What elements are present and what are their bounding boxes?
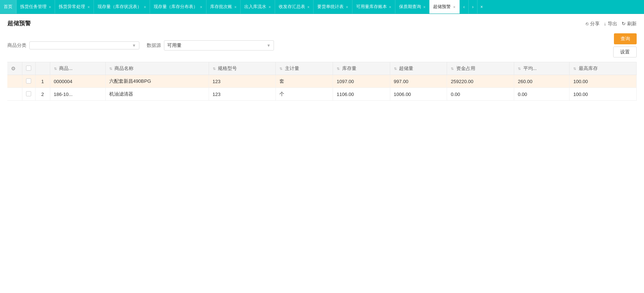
th-stock-label: 库存量 [342, 66, 356, 71]
table-row: 2 186-10... 机油滤清器 123 个 1106.00 1006.00 … [7, 88, 637, 101]
nav-tab-home[interactable]: 首页 [0, 0, 17, 14]
header-actions: ⎋ 分享 ↓ 导出 ↻ 刷新 [586, 21, 637, 27]
datasource-chevron-icon: ▼ [267, 43, 271, 48]
nav-tab-pick-exception-close[interactable]: × [87, 5, 89, 9]
nav-tab-pick-task[interactable]: 拣货任务管理 × [17, 0, 55, 14]
row-checkbox-1[interactable] [26, 91, 31, 96]
td-over-stock-0: 997.00 [390, 75, 447, 88]
select-all-checkbox[interactable] [26, 66, 31, 71]
nav-tab-pick-task-close[interactable]: × [49, 5, 51, 9]
th-product-name[interactable]: ⇅ 商品名称 [105, 62, 209, 75]
category-select[interactable]: ▼ [29, 41, 139, 49]
nav-tab-flow-label: 出入库流水 [244, 4, 266, 10]
td-product-name-0: 六配套新昌490BPG [105, 75, 209, 88]
table-row: 1 0000004 六配套新昌490BPG 123 套 1097.00 997.… [7, 75, 637, 88]
td-checkbox-0 [22, 75, 35, 88]
stock-sort-icon: ⇅ [337, 67, 340, 71]
category-chevron-icon: ▼ [132, 43, 136, 48]
nav-tab-order-stat-close[interactable]: × [346, 5, 348, 9]
datasource-filter-label: 数据源 [147, 42, 161, 49]
th-over-stock[interactable]: ⇅ 超储量 [390, 62, 447, 75]
th-stock[interactable]: ⇅ 库存量 [333, 62, 390, 75]
td-spec-1: 123 [209, 88, 276, 101]
nav-tab-summary-label: 收发存汇总表 [279, 4, 305, 10]
th-checkbox [22, 62, 35, 75]
datasource-select-text: 可用量 [167, 42, 182, 49]
nav-tab-order-stat[interactable]: 要货单统计表 × [314, 0, 352, 14]
nav-tab-inventory-status-close[interactable]: × [144, 5, 146, 9]
td-max-stock-0: 100.00 [570, 75, 637, 88]
spec-sort-icon: ⇅ [213, 67, 216, 71]
refresh-label: 刷新 [627, 21, 637, 27]
td-unit-0: 套 [276, 75, 333, 88]
th-avg-label: 平均... [523, 66, 537, 71]
th-spec-label: 规格型号 [218, 66, 237, 71]
nav-arrow-close[interactable]: × [477, 0, 486, 14]
row-checkbox-0[interactable] [26, 78, 31, 84]
td-capital-1: 0.00 [447, 88, 514, 101]
nav-tab-available-close[interactable]: × [389, 5, 391, 9]
nav-tab-pick-exception-label: 拣货异常处理 [59, 4, 85, 10]
th-unit[interactable]: ⇅ 主计量 [276, 62, 333, 75]
settings-button[interactable]: 设置 [613, 47, 637, 58]
td-product-code-1: 186-10... [50, 88, 105, 101]
max-stock-sort-icon: ⇅ [573, 67, 576, 71]
category-filter-group: 商品分类 ▼ [7, 41, 139, 49]
unit-sort-icon: ⇅ [279, 67, 282, 71]
nav-tab-summary-close[interactable]: × [307, 5, 310, 9]
td-capital-0: 259220.00 [447, 75, 514, 88]
th-over-stock-label: 超储量 [399, 66, 413, 71]
nav-tab-flow[interactable]: 出入库流水 × [241, 0, 275, 14]
th-capital[interactable]: ⇅ 资金占用 [447, 62, 514, 75]
nav-tab-inventory-dist-close[interactable]: × [200, 5, 202, 9]
export-button[interactable]: ↓ 导出 [604, 21, 618, 27]
nav-arrow-right[interactable]: › [468, 0, 477, 14]
page-content: 超储预警 ⎋ 分享 ↓ 导出 ↻ 刷新 商品分类 ▼ 数据源 [0, 14, 644, 107]
th-unit-label: 主计量 [285, 66, 299, 71]
th-spec[interactable]: ⇅ 规格型号 [209, 62, 276, 75]
td-product-code-0: 0000004 [50, 75, 105, 88]
td-spec-0: 123 [209, 75, 276, 88]
filter-row: 商品分类 ▼ 数据源 可用量 ▼ 查询 设置 [7, 33, 637, 58]
page-header: 超储预警 ⎋ 分享 ↓ 导出 ↻ 刷新 [7, 20, 637, 27]
nav-tab-overstock-close[interactable]: × [453, 5, 455, 9]
td-over-stock-1: 1006.00 [390, 88, 447, 101]
td-avg-1: 0.00 [514, 88, 570, 101]
product-name-sort-icon: ⇅ [109, 67, 112, 71]
td-unit-1: 个 [276, 88, 333, 101]
td-row-num-1: 2 [35, 88, 50, 101]
nav-tab-inventory-dist[interactable]: 现存量（库存分布表） × [150, 0, 206, 14]
datasource-select[interactable]: 可用量 ▼ [164, 40, 274, 51]
td-stock-1: 1106.00 [333, 88, 390, 101]
query-button[interactable]: 查询 [614, 33, 637, 44]
th-avg[interactable]: ⇅ 平均... [514, 62, 570, 75]
nav-tab-batch-close[interactable]: × [234, 5, 237, 9]
nav-tab-expiry-label: 保质期查询 [399, 4, 421, 10]
th-max-stock[interactable]: ⇅ 最高库存 [570, 62, 637, 75]
nav-tab-inventory-status[interactable]: 现存量（库存状况表） × [94, 0, 150, 14]
nav-arrow-left[interactable]: ‹ [460, 0, 468, 14]
nav-tab-overstock[interactable]: 超储预警 × [429, 0, 459, 14]
th-product-name-label: 商品名称 [114, 66, 133, 71]
share-button[interactable]: ⎋ 分享 [586, 21, 600, 27]
nav-tab-pick-exception[interactable]: 拣货异常处理 × [55, 0, 94, 14]
th-row-num [35, 62, 50, 75]
td-checkbox-1 [22, 88, 35, 101]
nav-tab-flow-close[interactable]: × [268, 5, 271, 9]
nav-tab-expiry-close[interactable]: × [423, 5, 425, 9]
nav-tab-inventory-dist-label: 现存量（库存分布表） [154, 4, 198, 10]
nav-tab-batch-label: 库存批次账 [210, 4, 232, 10]
td-gear-0 [7, 75, 22, 88]
nav-tab-summary[interactable]: 收发存汇总表 × [275, 0, 314, 14]
nav-tab-expiry[interactable]: 保质期查询 × [395, 0, 429, 14]
th-product-code[interactable]: ⇅ 商品... [50, 62, 105, 75]
table-header-row: ⚙ ⇅ 商品... ⇅ 商品名称 ⇅ 规格型号 [7, 62, 637, 75]
category-filter-label: 商品分类 [7, 42, 26, 49]
nav-tab-available[interactable]: 可用量库存账本 × [352, 0, 395, 14]
th-capital-label: 资金占用 [456, 66, 475, 71]
td-product-name-1: 机油滤清器 [105, 88, 209, 101]
refresh-button[interactable]: ↻ 刷新 [622, 21, 637, 27]
column-settings-icon[interactable]: ⚙ [11, 66, 16, 71]
nav-tab-batch[interactable]: 库存批次账 × [206, 0, 241, 14]
share-icon: ⎋ [586, 21, 589, 26]
